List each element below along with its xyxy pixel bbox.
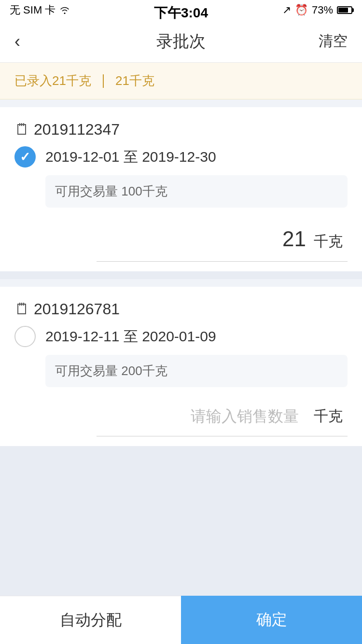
no-sim-label: 无 SIM 卡 <box>10 3 56 17</box>
batch1-date-range: 2019-12-01 至 2019-12-30 <box>45 147 216 167</box>
info-banner: 已录入21千克 21千克 <box>0 63 362 99</box>
batch1-amount-value: 21 <box>282 227 306 251</box>
nav-bar: ‹ 录批次 清空 <box>0 20 362 63</box>
batch1-id: 2019112347 <box>34 121 120 139</box>
batch2-available-qty: 可用交易量 200千克 <box>45 355 348 387</box>
location-icon: ↗ <box>282 4 291 16</box>
battery-percent: 73% <box>312 4 333 16</box>
batch2-header: 🗒 2019126781 <box>0 287 362 326</box>
batch2-input-row: 千克 <box>0 397 362 436</box>
batch2-id: 2019126781 <box>34 300 120 318</box>
wifi-icon <box>59 6 70 14</box>
batch2-radio[interactable] <box>14 326 36 347</box>
status-left: 无 SIM 卡 <box>10 3 70 17</box>
doc-icon-2: 🗒 <box>14 300 30 318</box>
batch1-available-qty: 可用交易量 100千克 <box>45 175 348 208</box>
batch1-row[interactable]: 2019-12-01 至 2019-12-30 <box>0 146 362 175</box>
batch2-date-range: 2019-12-11 至 2020-01-09 <box>45 327 216 347</box>
batch2-row[interactable]: 2019-12-11 至 2020-01-09 <box>0 326 362 355</box>
clear-button[interactable]: 清空 <box>319 31 348 51</box>
recorded-amount-label: 已录入21千克 <box>14 72 91 89</box>
batch2-unit: 千克 <box>314 406 343 426</box>
main-content: 🗒 2019112347 2019-12-01 至 2019-12-30 可用交… <box>0 107 362 644</box>
alarm-icon: ⏰ <box>295 4 308 16</box>
confirm-button[interactable]: 确定 <box>181 596 362 644</box>
batch1-radio[interactable] <box>14 146 36 168</box>
doc-icon-1: 🗒 <box>14 121 30 139</box>
qty-input-2[interactable] <box>161 407 306 425</box>
status-bar: 无 SIM 卡 下午3:04 ↗ ⏰ 73% <box>0 0 362 20</box>
recorded-amount-value: 21千克 <box>115 72 154 89</box>
status-time: 下午3:04 <box>154 4 208 22</box>
batch-card-2: 🗒 2019126781 2019-12-11 至 2020-01-09 可用交… <box>0 287 362 446</box>
battery-icon <box>337 6 352 14</box>
batch1-header: 🗒 2019112347 <box>0 107 362 146</box>
batch1-amount-row: 21 千克 <box>0 217 362 261</box>
back-button[interactable]: ‹ <box>14 31 43 52</box>
bottom-bar: 自动分配 确定 <box>0 596 362 644</box>
batch1-amount-unit: 千克 <box>314 232 343 252</box>
info-divider <box>103 74 104 88</box>
page-title: 录批次 <box>156 30 206 53</box>
status-right: ↗ ⏰ 73% <box>282 4 352 16</box>
section-divider <box>0 271 362 279</box>
batch-card-1: 🗒 2019112347 2019-12-01 至 2019-12-30 可用交… <box>0 107 362 271</box>
auto-distribute-button[interactable]: 自动分配 <box>0 596 181 644</box>
